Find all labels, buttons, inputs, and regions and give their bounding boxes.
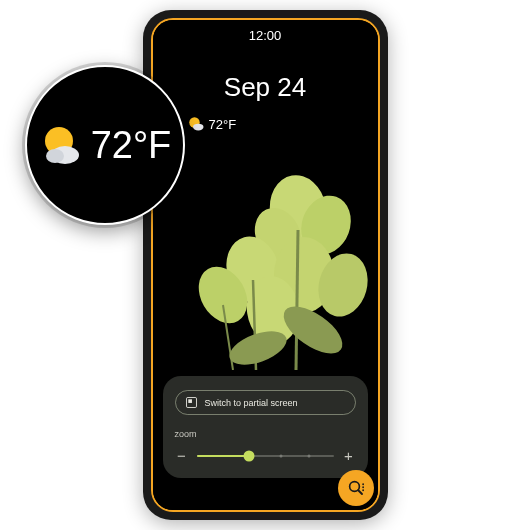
- svg-point-21: [46, 149, 64, 163]
- svg-point-17: [362, 486, 364, 488]
- date-display[interactable]: Sep 24: [153, 72, 378, 103]
- magnification-panel: Switch to partial screen zoom − +: [163, 376, 368, 478]
- zoom-tick: [280, 454, 283, 457]
- switch-partial-screen-button[interactable]: Switch to partial screen: [175, 390, 356, 415]
- zoom-tick: [307, 454, 310, 457]
- status-bar: 12:00: [153, 28, 378, 43]
- svg-point-16: [362, 483, 364, 485]
- zoom-label: zoom: [175, 429, 356, 439]
- partial-screen-label: Switch to partial screen: [205, 398, 298, 408]
- zoom-slider-fill: [197, 455, 249, 457]
- magnifier-icon: [347, 479, 365, 497]
- screen: 12:00 Sep 24 72°F Switch to partial scre…: [151, 18, 380, 512]
- callout-weather-icon: [39, 123, 83, 167]
- phone-frame: 12:00 Sep 24 72°F Switch to partial scre…: [143, 10, 388, 520]
- flower-wallpaper: [158, 150, 380, 370]
- svg-rect-13: [188, 399, 192, 403]
- zoom-slider[interactable]: [197, 455, 334, 457]
- weather-icon: [187, 115, 205, 133]
- magnifier-fab[interactable]: [338, 470, 374, 506]
- zoom-slider-thumb[interactable]: [243, 450, 254, 461]
- callout-temperature: 72°F: [91, 124, 172, 167]
- svg-point-18: [362, 489, 364, 491]
- zoom-in-button[interactable]: +: [342, 447, 356, 464]
- magnified-weather-callout: 72°F: [25, 65, 185, 225]
- weather-widget[interactable]: 72°F: [187, 115, 237, 133]
- svg-point-11: [193, 124, 204, 131]
- status-time: 12:00: [249, 28, 282, 43]
- weather-temperature: 72°F: [209, 117, 237, 132]
- partial-screen-icon: [186, 397, 197, 408]
- zoom-out-button[interactable]: −: [175, 447, 189, 464]
- zoom-control: − +: [175, 447, 356, 464]
- svg-line-15: [358, 490, 362, 494]
